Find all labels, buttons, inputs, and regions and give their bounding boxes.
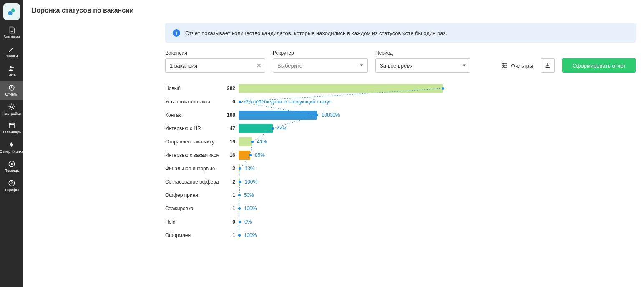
funnel-bar-zone: 100% [239,177,636,186]
funnel-dot [238,207,241,210]
nav-super-button[interactable]: Супер Кнопка [0,138,23,157]
calendar-icon [8,121,16,130]
app-logo[interactable] [3,3,20,20]
funnel-bar-zone: 41% [239,137,636,146]
nav-label: Супер Кнопка [0,150,24,154]
funnel-bar-zone: 50% [239,191,636,200]
funnel-dot [239,167,241,170]
funnel-dot [239,221,241,223]
funnel-row-label: Интервью с HR [165,126,224,131]
funnel-row-count: 0 [224,99,235,105]
funnel-dot [239,101,241,103]
funnel-row-count: 1 [224,192,235,198]
nav-label: База [8,73,16,78]
funnel-row-label: Hold [165,219,224,225]
nav-vacancies[interactable]: Вакансии [0,23,23,43]
svg-point-3 [10,66,12,68]
recruiter-placeholder: Выберите [277,63,302,69]
chevron-down-icon [360,65,363,67]
funnel-row-count: 16 [224,152,235,158]
funnel-bar-zone: 0% [239,217,636,227]
svg-point-13 [505,65,506,66]
vacancy-label: Вакансия [165,50,265,56]
generate-label: Сформировать отчет [572,63,626,69]
funnel-bar-zone: 0% перешедших в следующий статус [239,97,636,106]
recruiter-select[interactable]: Выберите [273,58,368,73]
funnel-row-label: Стажировка [165,206,224,211]
funnel-row-pct: 0% [244,219,252,225]
help-icon [8,160,16,168]
svg-point-9 [11,163,13,165]
nav-base[interactable]: База [0,62,23,81]
funnel-row-label: Интервью с заказчиком [165,152,224,158]
funnel-bar-zone: 85% [239,151,636,160]
funnel-row: Интервью с заказчиком1685% [165,149,636,162]
funnel-row-pct: 13% [244,166,254,171]
nav-tariffs[interactable]: ₽ Тарифы [0,176,23,196]
nav-label: Отчеты [5,93,18,97]
funnel-dot [251,141,254,143]
funnel-row-pct: 100% [244,232,257,238]
generate-report-button[interactable]: Сформировать отчет [562,58,636,73]
nav-label: Тарифы [5,188,19,192]
funnel-row-count: 19 [224,139,235,145]
funnel-row-pct: 0% перешедших в следующий статус [244,99,332,105]
bolt-icon [8,141,16,149]
svg-point-12 [503,63,504,65]
svg-point-6 [11,106,13,108]
funnel-dot [272,127,274,130]
clear-icon[interactable]: ✕ [257,62,262,69]
funnel-bar [239,151,250,160]
funnel-row-count: 1 [224,206,235,211]
period-select[interactable]: За все время [375,58,470,73]
funnel-row-count: 2 [224,166,235,171]
funnel-bar-zone: 13% [239,164,636,173]
nav-help[interactable]: Помощь [0,157,23,176]
chart-icon [8,83,16,92]
funnel-row: Стажировка1100% [165,202,636,215]
funnel-row-label: Установка контакта [165,99,224,105]
funnel-row-label: Отправлен заказчику [165,139,224,145]
funnel-row-pct: 85% [255,152,265,158]
funnel-row-label: Оформлен [165,232,224,238]
vacancy-select[interactable]: 1 вакансия ✕ [165,58,265,73]
funnel-row-count: 1 [224,232,235,238]
nav-requests[interactable]: Заявки [0,43,23,62]
info-banner: i Отчет показывает количество кандидатов… [165,23,636,43]
svg-rect-7 [9,123,14,128]
funnel-bar [239,84,443,93]
recruiter-label: Рекрутер [273,50,368,56]
sidebar: Вакансии Заявки База Отчеты Настройки Ка… [0,0,23,287]
funnel-row: Отправлен заказчику1941% [165,135,636,149]
funnel-row-label: Новый [165,86,224,91]
funnel-row: Интервью с HR4744% [165,122,636,135]
funnel-bar-zone: 100% [239,204,636,213]
funnel-row: Установка контакта00% перешедших в следу… [165,95,636,108]
funnel-bar [239,137,252,146]
nav-label: Вакансии [3,35,20,39]
download-button[interactable] [541,58,555,73]
funnel-row: Финальное интервью213% [165,162,636,175]
funnel-bar-zone [239,84,636,93]
funnel-row-pct: 44% [277,126,287,131]
sliders-icon [501,62,508,69]
funnel-row-pct: 41% [257,139,267,145]
funnel-row-label: Контакт [165,112,224,118]
nav-settings[interactable]: Настройки [0,100,23,119]
funnel-chart: Новый282Установка контакта00% перешедших… [165,82,636,242]
funnel-row-label: Оффер принят [165,192,224,198]
funnel-row-pct: 10800% [322,112,340,118]
funnel-row: Согласование оффера2100% [165,175,636,189]
funnel-bar [239,124,273,133]
nav-label: Календарь [2,131,21,135]
funnel-dot [238,194,241,196]
funnel-dot [239,181,241,183]
funnel-bar [239,111,317,120]
people-icon [8,64,16,73]
funnel-row-label: Согласование оффера [165,179,224,185]
nav-reports[interactable]: Отчеты [0,81,23,100]
period-value: За все время [380,63,413,69]
filters-button[interactable]: Фильтры [501,58,533,73]
nav-label: Помощь [5,169,19,173]
nav-calendar[interactable]: Календарь [0,119,23,138]
